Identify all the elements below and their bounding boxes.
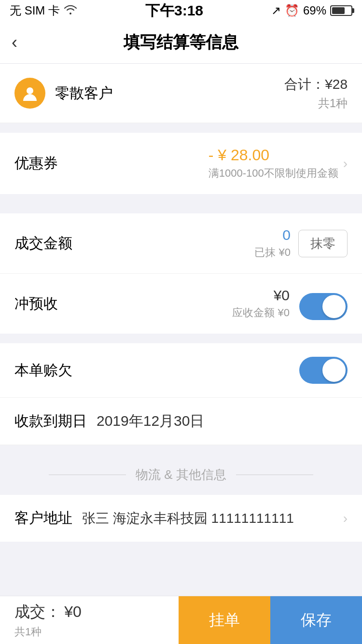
address-chevron-icon: › [343,511,348,526]
coupon-row[interactable]: 优惠券 - ¥ 28.00 满1000-100不限制使用金额 › [0,133,362,194]
customer-card: 零散客户 合计：¥28 共1种 [0,64,362,123]
address-label: 客户地址 [14,508,72,528]
coupon-chevron-icon: › [343,156,348,171]
coupon-label: 优惠券 [14,154,58,173]
status-bar: 无 SIM 卡 下午3:18 ↗ ⏰ 69% [0,0,362,21]
bottom-count: 共1种 [14,625,164,639]
debt-toggle[interactable] [299,357,348,384]
status-right: ↗ ⏰ 69% [271,4,352,17]
toggle-knob [322,295,346,318]
prepay-sub: 应收金额 ¥0 [232,306,290,320]
customer-avatar [14,78,45,109]
svg-point-0 [27,87,33,94]
save-button[interactable]: 保存 [270,596,362,644]
customer-row: 零散客户 合计：¥28 共1种 [0,64,362,123]
customer-name: 零散客户 [55,84,113,103]
debt-label: 本单赊欠 [14,361,72,380]
alarm-icon: ⏰ [285,4,299,17]
no-sim-label: 无 SIM 卡 [10,3,60,18]
wifi-icon [64,4,77,17]
battery-percent: 69% [303,4,326,17]
prepay-toggle[interactable] [299,293,348,320]
due-date-value: 2019年12月30日 [97,411,204,431]
main-content: 零散客户 合计：¥28 共1种 优惠券 - ¥ 28.00 满1000-100不… [0,64,362,600]
bottom-deal-label: 成交： ¥0 [14,602,164,623]
prepay-row: 冲预收 ¥0 应收金额 ¥0 [0,274,362,334]
bottom-bar: 成交： ¥0 共1种 挂单 保存 [0,596,362,644]
bottom-spacer [0,542,362,600]
coupon-card[interactable]: 优惠券 - ¥ 28.00 满1000-100不限制使用金额 › [0,133,362,194]
section-divider-2 [0,334,362,343]
deal-amount-row: 成交金额 0 已抹 ¥0 抹零 [0,213,362,274]
location-icon: ↗ [271,4,281,17]
status-time: 下午3:18 [145,1,203,21]
customer-count: 共1种 [284,96,348,111]
page-title: 填写结算等信息 [124,31,238,54]
logistics-header: 物流 & 其他信息 [0,455,362,495]
section-divider-1 [0,204,362,213]
deal-amount-value: 0 [254,227,291,243]
due-date-label: 收款到期日 [14,411,87,431]
prepay-label: 冲预收 [14,294,58,314]
prepay-amount: ¥0 [232,287,290,304]
customer-total: 合计：¥28 [284,75,348,94]
deal-amount-sub: 已抹 ¥0 [254,245,291,260]
round-zero-button[interactable]: 抹零 [298,230,348,257]
nav-bar: ‹ 填写结算等信息 [0,21,362,64]
due-date-row: 收款到期日 2019年12月30日 [0,397,362,445]
bottom-deal-value: ¥0 [64,603,82,620]
address-row[interactable]: 客户地址 张三 海淀永丰科技园 11111111111 › [0,495,362,542]
logistics-title: 物流 & 其他信息 [14,466,348,483]
debt-row: 本单赊欠 [0,343,362,397]
address-value: 张三 海淀永丰科技园 11111111111 [82,509,343,528]
deal-amount-label: 成交金额 [14,234,72,253]
coupon-value: - ¥ 28.00 [209,146,338,164]
pending-button[interactable]: 挂单 [179,596,270,644]
debt-toggle-knob [322,359,346,382]
form-section-1: 成交金额 0 已抹 ¥0 抹零 冲预收 ¥0 应收金额 ¥0 [0,213,362,334]
back-button[interactable]: ‹ [12,32,17,53]
battery-icon [330,5,352,16]
section-divider-3 [0,445,362,455]
status-left: 无 SIM 卡 [10,3,77,18]
bottom-info: 成交： ¥0 共1种 [0,596,179,644]
coupon-desc: 满1000-100不限制使用金额 [209,166,338,181]
